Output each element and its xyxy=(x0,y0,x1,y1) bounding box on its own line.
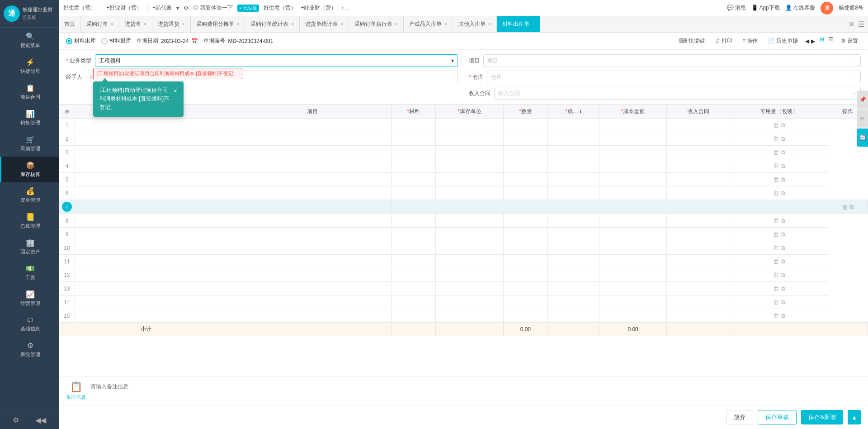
cell-income-contract[interactable] xyxy=(599,186,667,200)
topbar-yidaizhang[interactable]: +易代账 xyxy=(152,4,172,12)
cell-project[interactable] xyxy=(75,173,233,186)
close-icon[interactable]: × xyxy=(532,22,535,27)
next-icon[interactable]: ▶ xyxy=(811,38,815,44)
cell-stock-unit[interactable] xyxy=(392,309,436,323)
prev-icon[interactable]: ◀ xyxy=(805,38,809,44)
save-new-button[interactable]: 保存&新增 xyxy=(801,410,843,424)
topbar-haoyecai2[interactable]: +好业财（营） xyxy=(301,4,336,12)
cell-cost-amount[interactable] xyxy=(547,241,599,255)
radio-material-return[interactable]: 材料退库 xyxy=(101,37,131,45)
cell-project[interactable] xyxy=(75,214,233,228)
cell-cost[interactable] xyxy=(503,228,547,241)
cell-project[interactable] xyxy=(75,255,233,268)
topbar-haoshengyi2[interactable]: 好生意（营） xyxy=(264,4,296,12)
cell-income-contract[interactable] xyxy=(599,119,667,132)
cell-available[interactable] xyxy=(667,159,730,173)
radio-material-out[interactable]: 材料出库 xyxy=(66,37,96,45)
cell-stock-unit[interactable] xyxy=(392,159,436,173)
cell-material[interactable] xyxy=(233,228,392,241)
doc-number-value[interactable]: MD-20230324-001 xyxy=(228,38,273,44)
tab-inbound-return[interactable]: 进货退货 × xyxy=(152,16,191,32)
settings-bottom-icon[interactable]: ⚙ xyxy=(13,416,19,424)
side-pin-icon[interactable]: 📌 xyxy=(857,91,868,109)
delete-icon[interactable]: 🗑 xyxy=(773,122,779,129)
cell-stock-unit[interactable] xyxy=(392,214,436,228)
project-input[interactable]: 项目 ··· xyxy=(483,54,861,67)
cell-material[interactable] xyxy=(233,309,392,323)
view-grid-icon[interactable]: ⊞ xyxy=(820,36,824,46)
copy-icon[interactable]: ⧉ xyxy=(781,122,785,129)
close-icon[interactable]: × xyxy=(291,22,294,27)
cell-available[interactable] xyxy=(667,228,730,241)
delete-icon[interactable]: 🗑 xyxy=(773,312,779,319)
copy-icon[interactable]: ⧉ xyxy=(781,135,785,143)
sidebar-item-purchase[interactable]: 🛒采购管理 xyxy=(0,131,59,157)
notes-input[interactable] xyxy=(90,381,861,399)
cell-material[interactable] xyxy=(233,255,392,268)
close-icon[interactable]: × xyxy=(111,22,113,27)
info-icon[interactable]: ℹ xyxy=(580,109,581,114)
cell-income-contract[interactable] xyxy=(599,255,667,268)
cell-quantity[interactable] xyxy=(436,132,504,146)
cell-quantity[interactable] xyxy=(436,309,504,323)
topbar-haoyecai[interactable]: +好业财（营） xyxy=(106,4,142,12)
calendar-icon[interactable]: 📅 xyxy=(191,38,198,44)
copy-icon[interactable]: ⧉ xyxy=(781,299,785,306)
topbar-settings-icon[interactable]: ⚙ xyxy=(184,5,189,11)
cell-stock-unit[interactable] xyxy=(392,241,436,255)
cell-cost[interactable] xyxy=(503,132,547,146)
cell-quantity[interactable] xyxy=(436,268,504,282)
sidebar-item-inventory[interactable]: 📦库存核算 xyxy=(0,157,59,182)
operation-btn[interactable]: ≡ 操作 xyxy=(740,36,760,46)
cell-cost-amount[interactable] xyxy=(547,159,599,173)
side-refresh-icon[interactable]: 🔄 xyxy=(857,129,868,147)
cell-cost-amount[interactable] xyxy=(547,186,599,200)
cell-available[interactable] xyxy=(667,119,730,132)
tab-material-outbound[interactable]: 材料出库单 × xyxy=(497,16,541,32)
cell-project[interactable] xyxy=(75,132,233,146)
cell-project[interactable] xyxy=(75,309,233,323)
topbar-more-dropdown[interactable]: ▾ xyxy=(176,5,179,11)
save-new-dropdown-button[interactable]: ▲ xyxy=(848,410,861,424)
add-row-button[interactable]: + xyxy=(62,202,72,212)
sidebar-item-system[interactable]: ⚙系统管理 xyxy=(0,337,59,362)
cell-stock-unit[interactable] xyxy=(392,132,436,146)
copy-icon[interactable]: ⧉ xyxy=(781,312,785,319)
cell-available[interactable] xyxy=(667,214,730,228)
cell-income-contract[interactable] xyxy=(599,132,667,146)
business-type-input[interactable]: 工程领料 ▾ xyxy=(95,54,458,67)
sidebar-item-ledger[interactable]: 📒总账管理 xyxy=(0,208,59,234)
cell-stock-unit[interactable] xyxy=(392,186,436,200)
cell-income-contract[interactable] xyxy=(599,146,667,159)
cell-available[interactable] xyxy=(667,146,730,159)
cell-project[interactable] xyxy=(75,146,233,159)
sidebar-item-search[interactable]: 🔍搜索菜单 xyxy=(0,28,59,53)
tab-inbound-stats[interactable]: 进货单统计表 × xyxy=(300,16,349,32)
cell-income-contract[interactable] xyxy=(599,282,667,296)
cell-stock-unit[interactable] xyxy=(392,296,436,309)
cell-income-contract[interactable] xyxy=(599,241,667,255)
shortcut-key-btn[interactable]: ⌨ 快键键 xyxy=(676,36,707,46)
topbar-trial[interactable]: ◎ 我要体验一下 xyxy=(193,4,232,12)
cell-income-contract[interactable] xyxy=(599,173,667,186)
cell-quantity[interactable] xyxy=(436,296,504,309)
copy-icon[interactable]: ⧉ xyxy=(781,190,785,197)
col-settings[interactable]: ⚙ xyxy=(59,105,75,119)
cell-stock-unit[interactable] xyxy=(392,228,436,241)
cell-material[interactable] xyxy=(233,282,392,296)
copy-icon[interactable]: ⧉ xyxy=(849,203,854,210)
sidebar-item-operations[interactable]: 📈经营管理 xyxy=(0,286,59,311)
side-edit-icon[interactable]: ✏ xyxy=(857,110,868,128)
cell-income-contract[interactable] xyxy=(599,228,667,241)
cell-material[interactable] xyxy=(233,296,392,309)
cell-quantity[interactable] xyxy=(436,186,504,200)
cell-quantity[interactable] xyxy=(436,159,504,173)
delete-icon[interactable]: 🗑 xyxy=(773,244,779,251)
delete-icon[interactable]: 🗑 xyxy=(773,231,779,238)
sidebar-item-project[interactable]: 📋项目合同 xyxy=(0,79,59,105)
cell-project[interactable] xyxy=(75,228,233,241)
delete-icon[interactable]: 🗑 xyxy=(773,149,779,156)
sidebar-item-quick-nav[interactable]: ⚡快捷导航 xyxy=(0,53,59,79)
cell-cost[interactable] xyxy=(503,268,547,282)
collapse-icon[interactable]: ◀◀ xyxy=(35,416,46,424)
